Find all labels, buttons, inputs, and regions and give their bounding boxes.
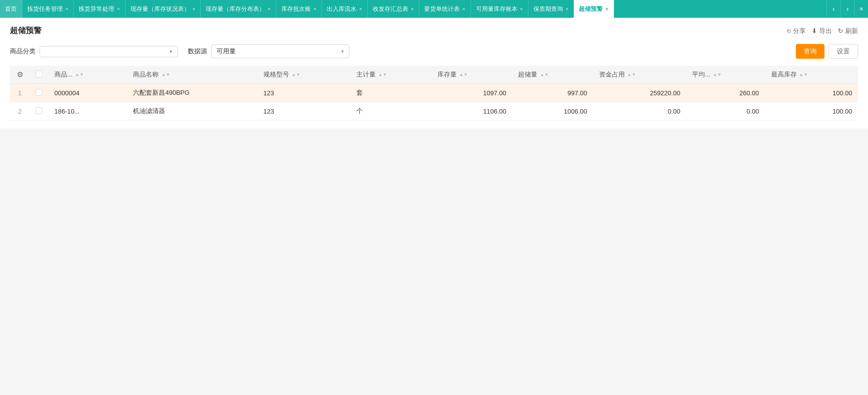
data-table: ⚙ 商品... ▲▼ 商品名称 ▲▼ <box>10 66 858 120</box>
close-icon[interactable]: × <box>411 6 414 12</box>
sort-icon: ▲▼ <box>799 73 808 77</box>
row-seq: 2 <box>10 102 30 120</box>
row-avg: 260.00 <box>686 84 765 102</box>
nav-tab-recv-summary[interactable]: 收发存汇总表 × <box>368 0 419 18</box>
filter-actions: 查询 设置 <box>796 44 858 59</box>
nav-tab-quality-check[interactable]: 保质期查询 × <box>528 0 574 18</box>
filter-group-category: 商品分类 ▾ <box>10 46 178 57</box>
row-checkbox-cell[interactable] <box>30 102 48 120</box>
nav-tab-home[interactable]: 首页 <box>0 0 22 18</box>
page-header: 超储预警 ⎋ 分享 ⬇ 导出 ↻ 刷新 <box>10 26 858 36</box>
nav-tab-avail-account[interactable]: 可用量库存账本 × <box>471 0 528 18</box>
th-spec[interactable]: 规格型号 ▲▼ <box>258 66 350 84</box>
row-overstock-qty: 1006.00 <box>512 102 593 120</box>
row-stock-qty: 1097.00 <box>432 84 513 102</box>
export-button[interactable]: ⬇ 导出 <box>812 27 832 36</box>
th-checkbox[interactable] <box>30 66 48 84</box>
sort-icon: ▲▼ <box>627 73 636 77</box>
row-product-code: 186-10... <box>48 102 127 120</box>
chevron-down-icon: ▾ <box>341 48 344 55</box>
row-checkbox[interactable] <box>36 89 43 96</box>
top-nav: 首页 拣货任务管理 × 拣货异常处理 × 现存量（库存状况表） × 现存量（库存… <box>0 0 868 18</box>
row-spec: 123 <box>258 84 350 102</box>
setting-button[interactable]: 设置 <box>828 44 858 59</box>
sort-icon: ▲▼ <box>540 73 549 77</box>
row-seq: 1 <box>10 84 30 102</box>
filter-bar: 商品分类 ▾ 数据源 可用量 ▾ 查询 设置 <box>10 44 858 59</box>
row-capital: 0.00 <box>593 102 686 120</box>
th-max-stock[interactable]: 最高库存 ▲▼ <box>765 66 858 84</box>
datasource-select-value: 可用量 <box>217 47 236 56</box>
close-icon[interactable]: × <box>359 6 362 12</box>
close-icon[interactable]: × <box>605 6 608 12</box>
close-icon[interactable]: × <box>267 6 270 12</box>
th-gear[interactable]: ⚙ <box>10 66 30 84</box>
th-product-name[interactable]: 商品名称 ▲▼ <box>127 66 257 84</box>
category-label: 商品分类 <box>10 47 36 56</box>
datasource-select[interactable]: 可用量 ▾ <box>211 44 349 58</box>
chevron-down-icon: ▾ <box>170 48 173 55</box>
page-container: 超储预警 ⎋ 分享 ⬇ 导出 ↻ 刷新 商品分类 ▾ 数据源 <box>0 18 868 128</box>
page-title: 超储预警 <box>10 26 42 36</box>
row-unit: 个 <box>350 102 432 120</box>
nav-tab-order-stat[interactable]: 要货单统计表 × <box>419 0 471 18</box>
datasource-label: 数据源 <box>188 47 207 56</box>
row-max-stock: 100.00 <box>765 84 858 102</box>
sort-icon: ▲▼ <box>713 73 722 77</box>
row-checkbox[interactable] <box>36 107 43 114</box>
nav-arrows: ‹ › × <box>826 0 868 18</box>
row-checkbox-cell[interactable] <box>30 84 48 102</box>
gear-icon[interactable]: ⚙ <box>17 70 23 79</box>
th-capital[interactable]: 资金占用 ▲▼ <box>593 66 686 84</box>
nav-next-button[interactable]: › <box>840 0 854 18</box>
th-avg[interactable]: 平均... ▲▼ <box>686 66 765 84</box>
row-product-name: 机油滤清器 <box>127 102 257 120</box>
close-icon[interactable]: × <box>192 6 195 12</box>
table-header-row: ⚙ 商品... ▲▼ 商品名称 ▲▼ <box>10 66 858 84</box>
close-icon[interactable]: × <box>565 6 568 12</box>
row-spec: 123 <box>258 102 350 120</box>
th-stock-qty[interactable]: 库存量 ▲▼ <box>432 66 513 84</box>
sort-icon: ▲▼ <box>161 73 170 77</box>
row-product-code: 0000004 <box>48 84 127 102</box>
category-select[interactable]: ▾ <box>40 46 178 57</box>
row-overstock-qty: 997.00 <box>512 84 593 102</box>
row-stock-qty: 1106.00 <box>432 102 513 120</box>
nav-tab-task-mgmt[interactable]: 拣货任务管理 × <box>22 0 74 18</box>
query-button[interactable]: 查询 <box>796 44 825 59</box>
close-icon[interactable]: × <box>65 6 68 12</box>
sort-icon: ▲▼ <box>378 73 387 77</box>
close-icon[interactable]: × <box>117 6 120 12</box>
row-avg: 0.00 <box>686 102 765 120</box>
refresh-button[interactable]: ↻ 刷新 <box>838 27 858 36</box>
close-icon[interactable]: × <box>462 6 465 12</box>
row-max-stock: 100.00 <box>765 102 858 120</box>
sort-icon: ▲▼ <box>292 73 301 77</box>
nav-tab-stock-dist[interactable]: 现存量（库存分布表） × <box>201 0 276 18</box>
close-icon[interactable]: × <box>520 6 523 12</box>
nav-close-button[interactable]: × <box>854 0 868 18</box>
row-product-name: 六配套新昌490BPG <box>127 84 257 102</box>
sort-icon: ▲▼ <box>459 73 468 77</box>
th-overstock-qty[interactable]: 超储量 ▲▼ <box>512 66 593 84</box>
row-capital: 259220.00 <box>593 84 686 102</box>
nav-tab-inout-flow[interactable]: 出入库流水 × <box>322 0 367 18</box>
share-button[interactable]: ⎋ 分享 <box>787 27 806 36</box>
nav-tab-batch-account[interactable]: 库存批次账 × <box>276 0 322 18</box>
th-unit[interactable]: 主计量 ▲▼ <box>350 66 432 84</box>
header-actions: ⎋ 分享 ⬇ 导出 ↻ 刷新 <box>787 27 858 36</box>
filter-group-datasource: 数据源 可用量 ▾ <box>188 44 349 58</box>
nav-tab-stock-status[interactable]: 现存量（库存状况表） × <box>126 0 201 18</box>
select-all-checkbox[interactable] <box>36 71 43 78</box>
refresh-icon: ↻ <box>838 27 843 35</box>
share-icon: ⎋ <box>787 27 791 35</box>
table-row: 2 186-10... 机油滤清器 123 个 1106.00 1006.00 … <box>10 102 858 120</box>
th-product-code[interactable]: 商品... ▲▼ <box>48 66 127 84</box>
close-icon[interactable]: × <box>313 6 316 12</box>
sort-icon: ▲▼ <box>75 73 84 77</box>
nav-tab-overstock-warn[interactable]: 超储预警 × <box>574 0 613 18</box>
export-icon: ⬇ <box>812 27 817 35</box>
nav-tab-abnormal[interactable]: 拣货异常处理 × <box>74 0 125 18</box>
table-row: 1 0000004 六配套新昌490BPG 123 套 1097.00 997.… <box>10 84 858 102</box>
nav-prev-button[interactable]: ‹ <box>826 0 840 18</box>
